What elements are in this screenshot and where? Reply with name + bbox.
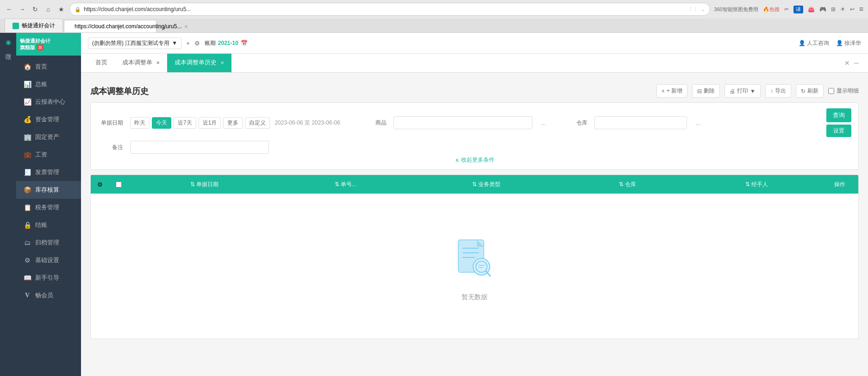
goods-filter-dots[interactable]: ...: [541, 119, 546, 126]
customer-service-button[interactable]: 👤 人工咨询: [799, 39, 829, 47]
warehouse-filter-dots[interactable]: ...: [695, 119, 701, 126]
sort-icon-handler: ⇅: [745, 181, 750, 188]
grid-icon[interactable]: ⊞: [831, 6, 836, 13]
date-btn-today[interactable]: 今天: [152, 117, 171, 129]
refresh-label: 刷新: [807, 87, 818, 95]
home-button[interactable]: ⌂: [44, 5, 53, 14]
service-icon: 👤: [799, 40, 806, 46]
sidebar-item-salary[interactable]: 💼 工资: [16, 146, 81, 163]
collapse-filter-button[interactable]: ∧ 收起更多条件: [98, 156, 851, 164]
date-btn-last1month[interactable]: 近1月: [199, 117, 221, 129]
ledger-icon: 📊: [23, 81, 31, 88]
menu-icon[interactable]: ≡: [859, 5, 863, 13]
show-columns-checkbox[interactable]: 显示明细: [828, 87, 859, 95]
query-button[interactable]: 查询: [826, 108, 851, 122]
sidebar-item-tax-label: 税务管理: [35, 203, 59, 212]
sidebar-item-tax[interactable]: 📋 税务管理: [16, 199, 81, 216]
add-button[interactable]: + + 新增: [656, 84, 687, 98]
tab-cost-adjust-history[interactable]: 成本调整单历史 ✕: [167, 54, 231, 72]
sidebar-item-closing[interactable]: 🔒 结账: [16, 216, 81, 234]
salary-icon: 💼: [23, 151, 31, 158]
back-button[interactable]: ←: [5, 5, 14, 14]
icon-sidebar: ◉ 微: [0, 33, 16, 376]
app-header-right: 👤 人工咨询 👤 徐泽华: [799, 39, 861, 47]
sun-icon[interactable]: ☀: [840, 6, 845, 13]
sidebar-item-guide[interactable]: 📖 新手引导: [16, 269, 81, 287]
browser-tools: 360智能抠图免费用 🔥热搜 ✂ 译 👛 🎮 ⊞ ☀ ↩ ≡: [714, 5, 863, 13]
company-dropdown-icon: ▼: [172, 40, 177, 46]
add-company-button[interactable]: +: [186, 40, 190, 47]
warehouse-filter-input[interactable]: [594, 116, 687, 129]
game-icon[interactable]: 🎮: [819, 6, 826, 13]
sidebar-item-invoice[interactable]: 🧾 发票管理: [16, 163, 81, 181]
table-col-handler[interactable]: ⇅ 经手人: [692, 177, 821, 192]
user-menu-button[interactable]: 👤 徐泽华: [836, 39, 861, 47]
table-col-warehouse[interactable]: ⇅ 仓库: [563, 177, 692, 192]
refresh-button[interactable]: ↻ 刷新: [796, 84, 824, 98]
browser-tab-2-close[interactable]: ✕: [184, 24, 188, 29]
calendar-icon[interactable]: 📅: [241, 40, 248, 46]
wallet-icon[interactable]: 👛: [808, 6, 815, 13]
sidebar-item-ledger[interactable]: 📊 总账: [16, 75, 81, 93]
date-btn-custom[interactable]: 自定义: [245, 117, 270, 129]
translate-icon[interactable]: 译: [793, 6, 803, 13]
show-columns-input[interactable]: [828, 88, 834, 94]
icon-sidebar-active[interactable]: ◉: [1, 35, 15, 49]
minimize-button[interactable]: ─: [852, 58, 861, 68]
fixed-assets-icon: 🏢: [23, 133, 31, 141]
sidebar-item-home[interactable]: 🏠 首页: [16, 58, 81, 75]
sidebar-item-fixed-assets[interactable]: 🏢 固定资产: [16, 128, 81, 146]
icon-sidebar-weibo[interactable]: 微: [1, 50, 15, 64]
date-btn-last7[interactable]: 近7天: [174, 117, 196, 129]
search-extension[interactable]: 360智能抠图免费用: [714, 6, 758, 13]
delete-button[interactable]: ⊟ 删除: [692, 84, 720, 98]
collapse-label: 收起更多条件: [461, 156, 494, 164]
select-all-checkbox[interactable]: [116, 182, 122, 188]
sidebar-item-inventory[interactable]: 📦 库存核算: [16, 181, 81, 199]
table-col-biz-type[interactable]: ⇅ 业务类型: [410, 177, 563, 192]
date-btn-yesterday[interactable]: 昨天: [130, 117, 150, 129]
setting-button[interactable]: 设置: [826, 125, 851, 137]
sidebar-item-closing-label: 结账: [35, 221, 47, 229]
col-biz-type-label: 业务类型: [478, 181, 500, 188]
table-header-checkbox[interactable]: [109, 182, 128, 188]
new-tab-button[interactable]: +: [160, 23, 169, 32]
company-selector[interactable]: (勿删勿禁用) 江西服宝测试专用 ▼: [88, 38, 181, 49]
export-button[interactable]: ↑ 导出: [765, 84, 791, 98]
browser-tab-2[interactable]: https://cloud.chanjet.com/accounting/uru…: [64, 20, 156, 32]
add-icon: +: [662, 88, 665, 94]
url-text: https://cloud.chanjet.com/accounting/uru…: [84, 6, 685, 13]
url-bar[interactable]: 🔒 https://cloud.chanjet.com/accounting/u…: [69, 3, 710, 16]
member-icon: V: [23, 292, 31, 299]
sort-icon-voucher: ⇅: [335, 181, 339, 188]
settings-button[interactable]: ⚙: [194, 40, 200, 47]
print-button[interactable]: 🖨 打印 ▼: [724, 84, 761, 98]
close-all-tabs-button[interactable]: ✕: [843, 58, 852, 68]
sidebar-item-member[interactable]: V 畅会员: [16, 287, 81, 304]
scissors-icon[interactable]: ✂: [784, 6, 789, 13]
sidebar-logo[interactable]: 畅捷通好会计 旗舰版 旗: [16, 33, 81, 56]
hot-search-icon[interactable]: 🔥热搜: [763, 6, 780, 13]
undo-icon[interactable]: ↩: [850, 6, 855, 13]
table-col-voucher[interactable]: ⇅ 单号...: [281, 177, 410, 192]
refresh-button[interactable]: ↻: [31, 5, 40, 14]
service-label: 人工咨询: [807, 39, 829, 47]
sidebar-item-funds[interactable]: 💰 资金管理: [16, 111, 81, 128]
forward-button[interactable]: →: [18, 5, 27, 14]
sidebar-item-salary-label: 工资: [35, 150, 47, 159]
browser-tab-1[interactable]: 畅捷通好会计: [5, 19, 63, 32]
bookmark-button[interactable]: ★: [56, 5, 66, 14]
note-filter-input[interactable]: [130, 141, 269, 154]
sidebar-item-settings[interactable]: ⚙ 基础设置: [16, 251, 81, 269]
tab-cost-adjust-history-close[interactable]: ✕: [220, 60, 224, 65]
tab-home[interactable]: 首页: [88, 54, 115, 72]
table-header-gear[interactable]: ⚙: [91, 181, 109, 188]
table-col-date[interactable]: ⇅ 单据日期: [128, 177, 281, 192]
delete-label: 删除: [704, 87, 715, 95]
sidebar-item-report[interactable]: 📈 云报表中心: [16, 93, 81, 111]
tab-cost-adjust[interactable]: 成本调整单 ✕: [115, 54, 167, 72]
tab-cost-adjust-close[interactable]: ✕: [156, 60, 160, 65]
sidebar-item-archive[interactable]: 🗂 归档管理: [16, 234, 81, 251]
date-btn-more[interactable]: 更多: [223, 117, 243, 129]
goods-filter-input[interactable]: [393, 116, 532, 129]
